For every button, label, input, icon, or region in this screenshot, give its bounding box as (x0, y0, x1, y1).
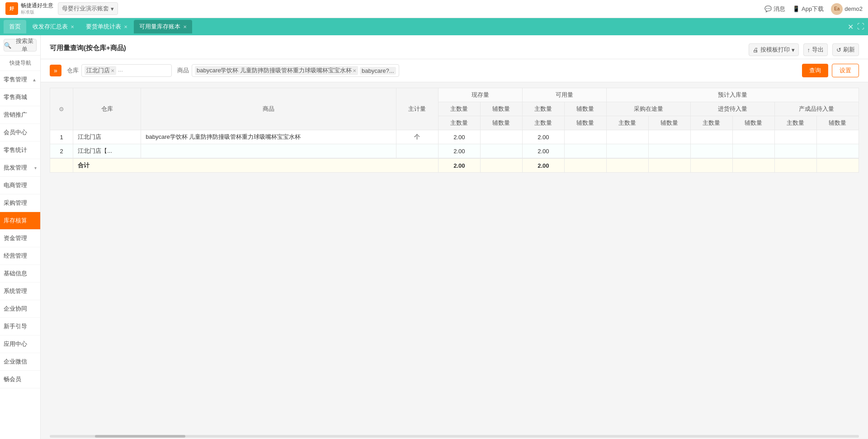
col-available-aux-header: 辅数量 (564, 102, 606, 116)
cell-in-main (690, 144, 732, 159)
warehouse-filter-group: 仓库 江北门店 ✕ ··· (67, 64, 172, 77)
cell-product (141, 144, 396, 159)
footer-available-aux (564, 158, 606, 173)
user-avatar-area[interactable]: Ea demo2 (831, 3, 863, 15)
sidebar-item-system[interactable]: 系统管理 (0, 283, 40, 300)
cell-available-aux (564, 130, 606, 144)
page-toolbar: 🖨 按模板打印 ▾ ↑ 导出 ↺ 刷新 (749, 41, 859, 59)
sidebar-item-purchase-label: 采购管理 (4, 199, 27, 207)
sidebar-item-ops[interactable]: 经营管理 (0, 247, 40, 265)
cell-pp-main (774, 130, 816, 144)
footer-available-main: 2.00 (522, 158, 564, 173)
sidebar-item-corp-collab-label: 企业协同 (4, 305, 27, 313)
sidebar-item-finance[interactable]: 资金管理 (0, 230, 40, 247)
footer-current-main: 2.00 (438, 158, 480, 173)
tab-receive-close[interactable]: ✕ (71, 24, 74, 29)
query-btn[interactable]: 查询 (802, 64, 828, 77)
logo-text: 畅捷通好生意 (21, 2, 53, 9)
sidebar-item-corp-wechat[interactable]: 企业微信 (0, 353, 40, 371)
footer-row: 合计 2.00 2.00 (50, 158, 859, 173)
col-warehouse-header: 仓库 (73, 88, 141, 130)
sidebar-item-inventory[interactable]: 库存核算 (0, 212, 40, 230)
setting-btn[interactable]: 设置 (832, 64, 859, 77)
product-tag-1-close[interactable]: ✕ (353, 68, 356, 73)
col-pt-aux: 辅数量 (648, 116, 690, 130)
sidebar-item-vip[interactable]: 畅会员 (0, 371, 40, 388)
tab-home-label: 首页 (9, 23, 21, 31)
sidebar: 🔍 搜索菜单 快捷导航 零售管理 ▲ 零售商城 营销推广 会员中心 零售统计 批… (0, 35, 41, 439)
close-all-btn[interactable]: ✕ (848, 23, 854, 31)
tab-receive-label: 收发存汇总表 (33, 23, 68, 31)
top-bar-right: 💬 消息 📱 App下载 Ea demo2 (764, 3, 863, 15)
cell-available-aux (564, 144, 606, 159)
sidebar-item-app-center-label: 应用中心 (4, 340, 27, 348)
sidebar-item-ecommerce[interactable]: 电商管理 (0, 177, 40, 194)
template-selector[interactable]: 母婴行业演示账套 ▾ (58, 2, 118, 15)
search-menu-btn[interactable]: 🔍 搜索菜单 (4, 39, 37, 52)
sidebar-item-purchase[interactable]: 采购管理 (0, 194, 40, 212)
sidebar-item-retail-stats[interactable]: 零售统计 (0, 142, 40, 159)
tab-order-stats[interactable]: 要货单统计表 ✕ (80, 20, 133, 33)
tab-home[interactable]: 首页 (4, 20, 26, 33)
col-cs-main: 主数量 (438, 116, 480, 130)
cell-pt-aux (648, 144, 690, 159)
cell-pp-aux (816, 144, 859, 159)
page-header: 可用量查询(按仓库+商品) 🖨 按模板打印 ▾ ↑ 导出 ↺ 刷新 (41, 35, 868, 59)
cell-index: 2 (50, 144, 73, 159)
sidebar-item-member[interactable]: 会员中心 (0, 124, 40, 142)
tab-available-stock-close[interactable]: ✕ (183, 24, 187, 29)
cell-in-aux (732, 144, 774, 159)
logo-texts: 畅捷通好生意 标准版 (21, 2, 53, 15)
sidebar-shortcut-link[interactable]: 快捷导航 (0, 56, 40, 71)
col-av-main: 主数量 (522, 116, 564, 130)
cell-current-aux (480, 130, 522, 144)
top-bar: 好 畅捷通好生意 标准版 母婴行业演示账套 ▾ 💬 消息 📱 App下载 Ea … (0, 0, 868, 18)
cell-current-main: 2.00 (438, 144, 480, 159)
cell-pt-main (606, 144, 648, 159)
message-btn[interactable]: 💬 消息 (764, 5, 785, 13)
product-tag-1-text: babycare学饮杯 儿童防摔防撞吸管杯重力球吸嘴杯宝宝水杯 (197, 66, 352, 75)
warehouse-tag-close[interactable]: ✕ (111, 68, 114, 73)
tab-order-stats-close[interactable]: ✕ (124, 24, 127, 29)
scroll-thumb[interactable] (95, 435, 185, 438)
filter-toggle-btn[interactable]: » (50, 65, 61, 76)
sidebar-item-retail-mgmt[interactable]: 零售管理 ▲ (0, 71, 40, 89)
product-tag-area[interactable]: babycare学饮杯 儿童防摔防撞吸管杯重力球吸嘴杯宝宝水杯 ✕ babyca… (192, 64, 399, 77)
product-tag-2-text: babycare?... (362, 67, 394, 74)
message-icon: 💬 (764, 5, 772, 12)
sidebar-item-retail-mall[interactable]: 零售商城 (0, 89, 40, 106)
sidebar-item-new-guide[interactable]: 新手引导 (0, 318, 40, 335)
tab-available-stock[interactable]: 可用量库存账本 ✕ (134, 20, 192, 33)
sidebar-item-retail-mgmt-label: 零售管理 (4, 76, 27, 84)
print-label: 按模板打印 (760, 46, 790, 54)
sidebar-item-marketing[interactable]: 营销推广 (0, 106, 40, 124)
footer-empty-1 (50, 158, 73, 173)
cell-pt-aux (648, 130, 690, 144)
settings-icon[interactable]: ⚙ (59, 106, 64, 113)
sidebar-item-vip-label: 畅会员 (4, 375, 21, 383)
sidebar-item-corp-wechat-label: 企业微信 (4, 358, 27, 366)
tab-order-stats-label: 要货单统计表 (86, 23, 121, 31)
table-footer: 合计 2.00 2.00 (50, 158, 859, 173)
sidebar-item-app-center[interactable]: 应用中心 (0, 335, 40, 353)
tab-receive[interactable]: 收发存汇总表 ✕ (27, 20, 80, 33)
warehouse-tag: 江北门店 ✕ (85, 66, 116, 75)
cell-in-aux (732, 130, 774, 144)
table-body: 1 江北门店 babycare学饮杯 儿童防摔防撞吸管杯重力球吸嘴杯宝宝水杯 个… (50, 130, 859, 159)
main-layout: 🔍 搜索菜单 快捷导航 零售管理 ▲ 零售商城 营销推广 会员中心 零售统计 批… (0, 35, 868, 439)
sidebar-item-inventory-label: 库存核算 (4, 217, 27, 225)
fullscreen-btn[interactable]: ⛶ (857, 23, 864, 31)
sidebar-item-wholesale[interactable]: 批发管理 ▾ (0, 159, 40, 177)
refresh-btn[interactable]: ↺ 刷新 (832, 43, 859, 56)
table-area: ⚙ 仓库 商品 主计量 现存量 可用量 预计入库量 主数量 辅数量 主数量 辅数… (41, 82, 868, 434)
export-btn[interactable]: ↑ 导出 (803, 43, 828, 56)
footer-label: 合计 (73, 158, 439, 173)
page-title: 可用量查询(按仓库+商品) (50, 44, 126, 56)
app-download-btn[interactable]: 📱 App下载 (793, 5, 824, 13)
sidebar-item-corp-collab[interactable]: 企业协同 (0, 300, 40, 318)
warehouse-tag-area[interactable]: 江北门店 ✕ ··· (81, 64, 172, 77)
sidebar-item-basic-info[interactable]: 基础信息 (0, 265, 40, 283)
sidebar-item-retail-stats-label: 零售统计 (4, 146, 27, 154)
cell-available-main: 2.00 (522, 130, 564, 144)
print-btn[interactable]: 🖨 按模板打印 ▾ (749, 43, 799, 56)
